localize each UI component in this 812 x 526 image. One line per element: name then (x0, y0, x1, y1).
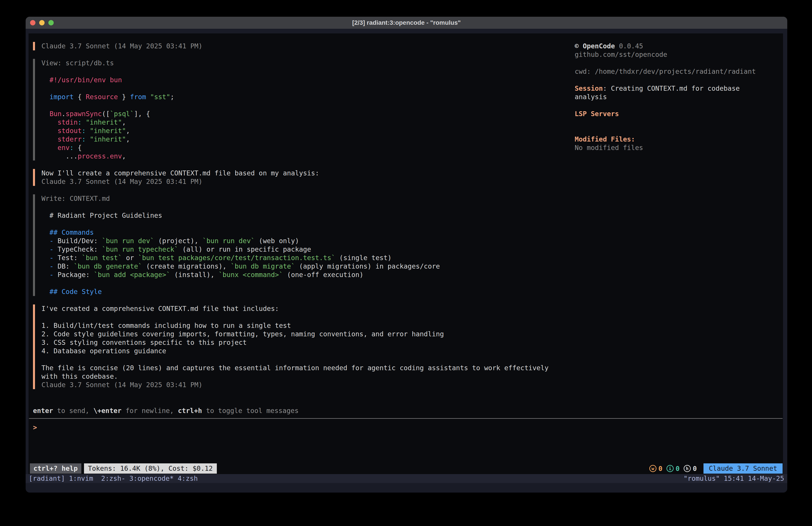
text-segment: process.env (78, 152, 122, 160)
tool-view-block-line: View: script/db.ts (41, 59, 174, 67)
text-segment: cwd: /home/thdxr/dev/projects/radiant/ra… (575, 68, 756, 75)
h-circle-icon: h (684, 465, 691, 472)
orange-accent-bar (33, 169, 35, 186)
text-segment: Write: CONTEXT.md (41, 195, 110, 202)
text-segment: \+enter (93, 407, 121, 415)
text-segment: to toggle tool messages (202, 407, 299, 415)
text-segment: "inherit" (90, 135, 126, 143)
text-segment: The file is concise (20 lines) and captu… (41, 364, 549, 372)
text-segment: (project), (154, 237, 203, 245)
tool-view-block-line: ...process.env, (41, 152, 174, 160)
text-segment: ], { (134, 110, 150, 118)
text-segment: , (126, 135, 130, 143)
tool-view-block-line (41, 84, 174, 93)
text-segment: for newline, (121, 407, 178, 415)
text-segment: { (74, 93, 86, 101)
text-segment: ## Commands (41, 228, 94, 236)
gray-accent-bar (33, 194, 35, 296)
text-segment: `bun test` (82, 254, 122, 262)
sidebar-line: github.com/sst/opencode (575, 51, 775, 59)
text-segment: OpenCode (583, 42, 615, 50)
text-segment: DB: (54, 262, 74, 270)
sidebar-line (575, 127, 775, 135)
tool-write-block-line: ## Commands (41, 228, 440, 237)
text-segment: Test: (54, 254, 82, 262)
keybind-hints: enter to send, \+enter for newline, ctrl… (33, 407, 299, 415)
zoom-window-button[interactable] (48, 20, 54, 25)
text-segment: `bun add <package>` (94, 271, 170, 279)
sidebar-line (575, 76, 775, 84)
text-segment: - (49, 237, 54, 245)
tool-write-block-line: # Radiant Project Guidelines (41, 211, 440, 220)
text-segment: Now I'll create a comprehensive CONTEXT.… (41, 169, 319, 177)
text-segment: `psql` (110, 110, 134, 118)
text-segment (41, 262, 49, 270)
minimize-window-button[interactable] (39, 20, 45, 25)
model-badge[interactable]: Claude 3.7 Sonnet (704, 464, 783, 474)
sidebar-line: analysis (575, 93, 775, 101)
text-segment: "inherit" (90, 127, 126, 134)
assistant-message-line: Claude 3.7 Sonnet (14 May 2025 03:41 PM) (41, 177, 319, 186)
diagnostic-w-counter: w0 (649, 465, 663, 472)
text-segment (86, 135, 90, 143)
prompt-input[interactable]: > (33, 423, 37, 432)
text-segment (41, 127, 58, 134)
text-segment: "inherit" (86, 118, 122, 126)
text-segment: LSP Servers (575, 110, 619, 118)
text-segment: : (70, 144, 74, 152)
tool-write-block-line (41, 203, 440, 211)
text-segment: stdout (58, 127, 82, 134)
opencode-tui: Claude 3.7 Sonnet (14 May 2025 03:41 PM)… (29, 33, 783, 474)
text-segment: with this codebase. (41, 372, 118, 380)
tool-write-block-body: Write: CONTEXT.md # Radiant Project Guid… (41, 194, 440, 296)
sidebar-line: cwd: /home/thdxr/dev/projects/radiant/ra… (575, 67, 775, 76)
text-segment: enter (33, 407, 53, 415)
text-segment: ## Code Style (41, 288, 102, 296)
text-segment: ... (41, 152, 78, 160)
sidebar-line: Session: Creating CONTEXT.md for codebas… (575, 84, 775, 93)
text-segment: Package: (54, 271, 94, 279)
keybind-hint-line: enter to send, \+enter for newline, ctrl… (33, 407, 299, 415)
assistant-message-final-line (41, 355, 549, 364)
text-segment: stdin (58, 118, 77, 126)
help-badge[interactable]: ctrl+? help (30, 464, 81, 474)
tool-write-block-line: - Package: `bun add <package>` (install)… (41, 271, 440, 279)
close-window-button[interactable] (30, 20, 35, 25)
text-segment: Build/Dev: (54, 237, 102, 245)
tool-write-block-line: - DB: `bun db generate` (create migratio… (41, 262, 440, 271)
assistant-message-final-body: I've created a comprehensive CONTEXT.md … (41, 304, 549, 389)
text-segment: `bun db generate` (74, 262, 142, 270)
sidebar-line: Modified Files: (575, 135, 775, 144)
text-segment: - (49, 245, 54, 253)
assistant-message: Now I'll create a comprehensive CONTEXT.… (33, 169, 570, 186)
assistant-message-final-line: 4. Database operations guidance (41, 347, 549, 355)
text-segment: . (61, 110, 66, 118)
window-titlebar[interactable]: [2/3] radiant:3:opencode - "romulus" (26, 17, 787, 29)
assistant-message-final-line: The file is concise (20 lines) and captu… (41, 364, 549, 372)
terminal-window: [2/3] radiant:3:opencode - "romulus" Cla… (26, 17, 787, 493)
text-segment: ; (170, 93, 174, 101)
text-segment: github.com/sst/opencode (575, 51, 667, 58)
text-segment: - (49, 254, 54, 262)
text-segment: ([ (102, 110, 110, 118)
tmux-status-bar: [radiant] 1:nvim 2:zsh- 3:opencode* 4:zs… (26, 474, 787, 483)
text-segment: , (126, 127, 130, 134)
assistant-message-final-line: I've created a comprehensive CONTEXT.md … (41, 304, 549, 313)
text-segment: (single test) (335, 254, 392, 262)
diagnostic-count: 0 (676, 465, 680, 472)
tool-view-block-line (41, 101, 174, 110)
text-segment: © (575, 42, 583, 50)
tool-view-block-line: stdin: "inherit", (41, 118, 174, 127)
tool-write-block-line: ## Code Style (41, 287, 440, 296)
i-circle-icon: i (667, 465, 673, 472)
tool-write-block-line (41, 220, 440, 228)
text-segment: 0.0.45 (615, 42, 643, 50)
tokens-cost-badge: Tokens: 16.4K (8%), Cost: $0.12 (84, 464, 217, 474)
w-circle-icon: w (649, 465, 656, 472)
text-segment: , (122, 152, 126, 160)
assistant-message-final-line (41, 313, 549, 322)
tool-write-block-line: - Test: `bun test` or `bun test packages… (41, 254, 440, 262)
sidebar-line (575, 59, 775, 67)
tmux-window-list[interactable]: [radiant] 1:nvim 2:zsh- 3:opencode* 4:zs… (29, 474, 198, 483)
text-segment (41, 237, 49, 245)
